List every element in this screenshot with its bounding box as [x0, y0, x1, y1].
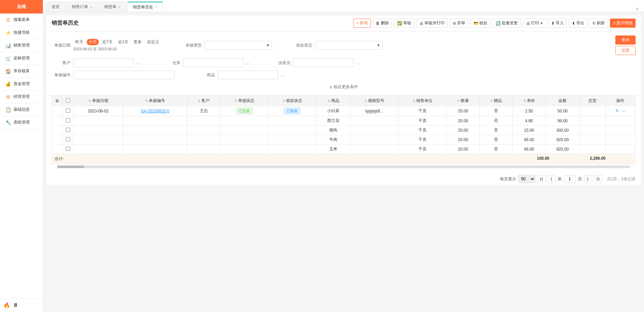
salesperson-input[interactable] [293, 58, 354, 67]
table-row: 牛肉 千克 20.00 否 46.00 920.00 [52, 135, 636, 145]
show-detail-button[interactable]: ≡ 显示明细 [610, 19, 636, 28]
cell-unit-0: 千克 [398, 106, 447, 116]
more-icon-0[interactable]: ⋯ [621, 108, 625, 113]
window-close-icon[interactable]: × [636, 6, 639, 12]
sort-goods-icon: ⇅ [328, 99, 330, 103]
goods-input[interactable] [218, 71, 278, 79]
th-unit[interactable]: ⇅销售单位 [398, 96, 447, 106]
th-transaction[interactable]: 交货 [580, 96, 606, 106]
cell-amount-2: 300.00 [545, 126, 580, 135]
tab-sales-order-close[interactable]: × [90, 5, 92, 9]
date-7days[interactable]: 近7天 [100, 39, 115, 45]
tab-sales-history-close[interactable]: × [155, 5, 157, 9]
tab-sales-order[interactable]: 销售订单 × [66, 2, 98, 12]
pause-icon[interactable]: ⏸ [13, 302, 18, 309]
cell-collect-status-4 [269, 145, 317, 154]
cell-check-2[interactable] [63, 126, 74, 135]
th-collect-status[interactable]: ⇅收款状态 [269, 96, 317, 106]
th-date[interactable]: ⇅单据日期 [74, 96, 123, 106]
date-more[interactable]: 更多 [132, 39, 144, 45]
row-checkbox-0[interactable] [66, 108, 70, 113]
sidebar-item-finance-mgmt[interactable]: 💰 资金管理 [0, 78, 43, 90]
cell-check-0[interactable] [63, 106, 74, 116]
cell-amount-3: 920.00 [545, 135, 580, 145]
tab-sales-goods[interactable]: 销货单 × [99, 2, 126, 12]
sidebar-item-inventory-calc[interactable]: 🏠 库存核算 [0, 65, 43, 78]
th-price[interactable]: ⇅单价 [512, 96, 545, 106]
th-qty[interactable]: ⇅数量 [447, 96, 480, 106]
sidebar-item-search-menu[interactable]: ☰ 搜索菜单 [0, 14, 43, 26]
page-prev-button[interactable]: ⟨ [548, 175, 556, 183]
cell-collect-status-2 [269, 126, 317, 135]
th-customer[interactable]: ⇅客户 [187, 96, 220, 106]
doc-no-input[interactable] [73, 71, 174, 79]
sidebar-item-quick-nav[interactable]: ⚡ 快捷导航 [0, 26, 43, 39]
audit-button[interactable]: ✅ 审核 [394, 19, 414, 28]
collect-button[interactable]: 💳 收款 [470, 19, 491, 28]
cell-check-3[interactable] [63, 135, 74, 145]
date-today[interactable]: 今天 [87, 39, 99, 45]
th-spec[interactable]: ⇅规格型号 [350, 96, 398, 106]
customer-ellipsis[interactable]: ... [137, 60, 140, 65]
import-button[interactable]: ⬆ 导入 [548, 19, 567, 28]
refresh-button[interactable]: ↻ 刷新 [589, 19, 608, 28]
page-number-input[interactable] [564, 175, 576, 183]
sidebar-item-ops-mgmt[interactable]: ⚙ 经营管理 [0, 90, 43, 103]
check-all[interactable] [66, 98, 70, 103]
tab-sales-history[interactable]: 销货单历史 × [127, 2, 163, 12]
set-button[interactable]: 设置 [615, 46, 636, 55]
sidebar-item-sys-mgmt[interactable]: 🔧 系统管理 [0, 116, 43, 129]
th-check[interactable] [63, 96, 74, 106]
th-no[interactable]: ⇅单据编号 [123, 96, 187, 106]
sidebar-item-sales-mgmt[interactable]: 📊 销售管理 [0, 39, 43, 52]
new-button[interactable]: + 新增 [353, 19, 371, 28]
date-1month[interactable]: 近1月 [116, 39, 131, 45]
page-last-button[interactable]: ⟩⟩ [594, 175, 602, 183]
print-button[interactable]: 🖨 打印 ▼ [523, 19, 546, 28]
row-checkbox-3[interactable] [66, 137, 70, 141]
warehouse-input[interactable] [183, 58, 244, 67]
th-settings[interactable]: ⚙ [52, 96, 63, 106]
th-goods[interactable]: ⇅商品 [316, 96, 350, 106]
sidebar-item-label: 资金管理 [13, 81, 30, 87]
page-first-button[interactable]: ⟨⟨ [537, 175, 545, 183]
audit-print-button[interactable]: 🖨 审核并打印 [416, 19, 448, 28]
warehouse-ellipsis[interactable]: ... [247, 60, 250, 65]
fire-icon[interactable]: 🔥 [3, 302, 10, 309]
edit-icon-0[interactable]: ✎ [615, 108, 619, 113]
th-doc-status[interactable]: ⇅单据状态 [220, 96, 269, 106]
audit-icon: ✅ [397, 21, 402, 26]
row-checkbox-4[interactable] [66, 147, 70, 151]
tab-sales-goods-label: 销货单 [104, 4, 116, 10]
row-checkbox-2[interactable] [66, 128, 70, 132]
salesperson-ellipsis[interactable]: ... [357, 60, 360, 65]
collect-status-select[interactable]: ▾ [315, 41, 383, 50]
collapse-button[interactable]: ∧ 收起更多条件 [52, 83, 636, 91]
row-checkbox-1[interactable] [66, 118, 70, 123]
tab-sales-goods-close[interactable]: × [118, 5, 120, 9]
th-gift[interactable]: ⇅赠品 [480, 96, 513, 106]
page-next-button[interactable]: ⟩ [584, 175, 592, 183]
abandon-button[interactable]: ⊘ 弃审 [450, 19, 468, 28]
cell-check-4[interactable] [63, 145, 74, 154]
date-yesterday[interactable]: 昨天 [73, 39, 85, 45]
delete-button[interactable]: 🗑 删除 [373, 19, 392, 28]
tab-home[interactable]: 首页 [46, 2, 65, 12]
goods-ellipsis[interactable]: ... [281, 73, 284, 77]
cell-check-1[interactable] [63, 116, 74, 126]
page-label: 第 [558, 176, 562, 182]
customer-input[interactable] [73, 58, 134, 67]
doc-no-link-0[interactable]: SA-20230602-0 [141, 109, 169, 113]
batch-change-button[interactable]: 🔄 批量变更 [493, 19, 521, 28]
th-amount[interactable]: 金额 [545, 96, 580, 106]
doc-type-select[interactable]: ▾ [204, 41, 272, 50]
table-scrollbar[interactable] [57, 165, 630, 168]
main-area: 首页 销售订单 × 销货单 × 销货单历史 × × 销货单历史 + 新增 [43, 0, 644, 312]
sidebar-item-basic-info[interactable]: 📋 基础信息 [0, 103, 43, 116]
per-page-select[interactable]: 50 100 200 [518, 175, 535, 183]
sidebar-item-purchase-mgmt[interactable]: 🛒 采购管理 [0, 52, 43, 65]
export-button[interactable]: ⬇ 导出 [569, 19, 587, 28]
date-custom[interactable]: 自定义 [145, 39, 161, 45]
query-button[interactable]: 查询 [615, 35, 636, 45]
tab-home-label: 首页 [52, 4, 60, 10]
